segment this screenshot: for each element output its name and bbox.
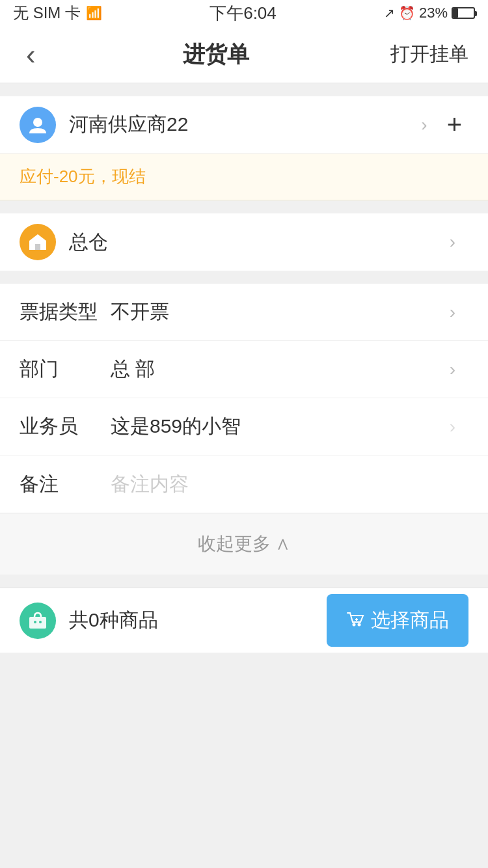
salesperson-row[interactable]: 业务员 这是859的小智 › — [0, 398, 488, 455]
svg-point-5 — [353, 623, 356, 626]
warehouse-name: 总仓 — [69, 229, 450, 256]
page-title: 进货单 — [183, 40, 249, 70]
remark-input[interactable]: 备注内容 — [111, 471, 468, 498]
salesperson-chevron-icon: › — [450, 416, 455, 437]
collapse-button[interactable]: 收起更多 ∧ — [0, 513, 488, 575]
supplier-chevron-icon: › — [421, 115, 427, 135]
department-label: 部门 — [20, 356, 111, 383]
carrier-text: 无 SIM 卡 — [13, 3, 81, 23]
gap-1 — [0, 83, 488, 96]
warehouse-icon — [20, 224, 56, 260]
department-row[interactable]: 部门 总 部 › — [0, 341, 488, 398]
salesperson-label: 业务员 — [20, 413, 111, 440]
supplier-row[interactable]: 河南供应商22 › + — [0, 96, 488, 154]
wifi-icon: 📶 — [86, 5, 102, 21]
select-button-label: 选择商品 — [371, 607, 449, 634]
svg-rect-1 — [35, 244, 40, 250]
rest-area — [0, 653, 488, 848]
battery-text: 23% — [419, 5, 448, 21]
svg-point-0 — [33, 118, 42, 127]
supplier-avatar — [20, 107, 56, 143]
warehouse-chevron-icon: › — [450, 232, 455, 252]
cart-icon — [346, 610, 364, 632]
form-section: 票据类型 不开票 › 部门 总 部 › 业务员 这是859的小智 › 备注 备注… — [0, 284, 488, 513]
product-icon — [20, 603, 56, 639]
remark-label: 备注 — [20, 471, 111, 498]
svg-point-4 — [39, 621, 42, 623]
select-product-button[interactable]: 选择商品 — [327, 594, 468, 647]
bottom-bar: 共0种商品 选择商品 — [0, 588, 488, 653]
product-count-text: 共0种商品 — [69, 607, 327, 634]
add-supplier-button[interactable]: + — [441, 110, 468, 139]
supplier-name: 河南供应商22 — [69, 111, 421, 138]
back-button[interactable]: ‹ — [20, 32, 42, 77]
svg-rect-2 — [29, 617, 46, 629]
remark-row[interactable]: 备注 备注内容 — [0, 455, 488, 513]
open-pending-button[interactable]: 打开挂单 — [390, 41, 468, 68]
nav-bar: ‹ 进货单 打开挂单 — [0, 26, 488, 83]
invoice-type-label: 票据类型 — [20, 299, 111, 325]
department-value: 总 部 — [111, 356, 450, 383]
location-icon: ↗ — [384, 5, 395, 21]
supplier-section: 河南供应商22 › + 应付-20元，现结 — [0, 96, 488, 200]
status-left: 无 SIM 卡 📶 — [13, 3, 102, 23]
battery-indicator — [452, 7, 475, 19]
invoice-type-chevron-icon: › — [450, 302, 455, 323]
notice-text: 应付-20元，现结 — [20, 167, 146, 186]
alarm-icon: ⏰ — [399, 5, 415, 21]
warehouse-section: 总仓 › — [0, 213, 488, 271]
gap-4 — [0, 575, 488, 588]
notice-bar: 应付-20元，现结 — [0, 154, 488, 200]
gap-3 — [0, 271, 488, 284]
status-right: ↗ ⏰ 23% — [384, 5, 475, 21]
invoice-type-row[interactable]: 票据类型 不开票 › — [0, 284, 488, 341]
status-bar: 无 SIM 卡 📶 下午6:04 ↗ ⏰ 23% — [0, 0, 488, 26]
gap-2 — [0, 200, 488, 213]
collapse-text: 收起更多 ∧ — [198, 534, 291, 554]
salesperson-value: 这是859的小智 — [111, 413, 450, 440]
svg-point-3 — [34, 621, 36, 623]
invoice-type-value: 不开票 — [111, 299, 450, 325]
warehouse-row[interactable]: 总仓 › — [0, 213, 488, 271]
department-chevron-icon: › — [450, 359, 455, 380]
svg-point-6 — [358, 623, 361, 626]
time-display: 下午6:04 — [210, 2, 277, 25]
